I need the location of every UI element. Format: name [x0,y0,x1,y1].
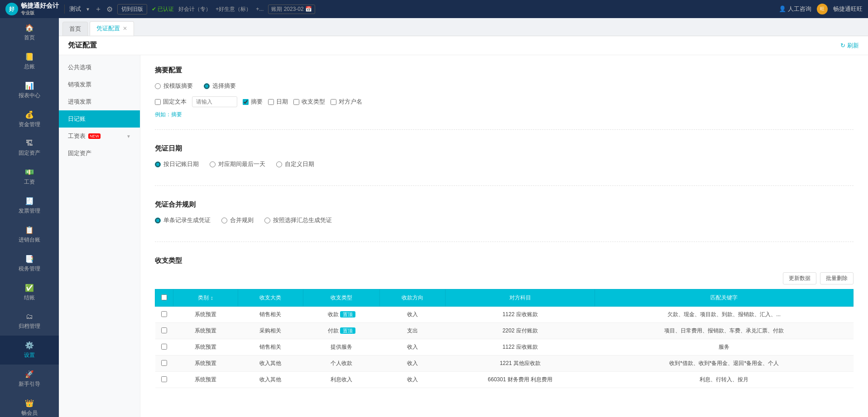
row-major: 收入其他 [238,355,303,372]
tab-voucher-config[interactable]: 凭证配置 ✕ [90,21,134,36]
th-major: 收支大类 [238,289,303,307]
th-category: 类别 ↕ [173,289,238,307]
left-menu-item-purchase-invoice[interactable]: 进项发票 [59,93,140,110]
sidebar-item-reports[interactable]: 📊 报表中心 [0,76,59,105]
sidebar-label-reports: 报表中心 [19,92,40,100]
row-checkbox-cell[interactable] [155,323,173,339]
row-keywords: 项目、日常费用、报销款、车费、承兑汇票、付款 [595,323,854,339]
date-radio-diary[interactable]: 按日记账日期 [155,160,199,168]
sidebar-item-close[interactable]: ✅ 结账 [0,278,59,307]
row-checkbox-cell[interactable] [155,372,173,388]
page-title: 凭证配置 [68,41,97,50]
tab-close-icon[interactable]: ✕ [123,25,127,32]
table-header-row: 类别 ↕ 收支大类 收支类型 收款方向 对方科目 匹配关键字 [155,289,854,307]
invoices-icon: 🧾 [25,197,34,205]
left-menu-label-fixed-assets: 固定资产 [68,149,91,157]
row-direction: 支出 [380,323,446,339]
sidebar-item-salary[interactable]: 💵 工资 [0,162,59,191]
left-menu-item-public[interactable]: 公共选项 [59,59,140,76]
sidebar-item-funds[interactable]: 💰 资金管理 [0,105,59,134]
income-expense-section: 收支类型 更新数据 批量删除 类别 ↕ [155,256,854,388]
counterparty-checkbox[interactable]: 对方户名 [331,98,362,106]
sidebar-item-ledger[interactable]: 📒 总账 [0,47,59,76]
row-checkbox-cell[interactable] [155,307,173,323]
row-category: 系统预置 [173,372,238,388]
tax-icon: 📑 [25,255,34,263]
support-label[interactable]: 👤 人工咨询 [779,5,811,13]
inner-layout: 公共选项 销项发票 进项发票 日记账 工资表 NEW ▼ [59,55,868,417]
summary-radio-select[interactable]: 选择摘要 [204,82,236,90]
row-direction: 收入 [380,355,446,372]
user-avatar[interactable]: 旺 [817,4,828,14]
merge-radio-single[interactable]: 单条记录生成凭证 [155,216,211,224]
company-name: 测试 [69,5,81,13]
row-keywords: 服务 [595,339,854,355]
sidebar-item-member[interactable]: 👑 畅会员 [0,393,59,417]
row-tag[interactable]: 置顶 [340,311,355,317]
assets-icon: 🏗 [26,139,33,147]
fixed-text-checkbox[interactable]: 固定文本 [155,98,187,106]
certified-tag: ✔ 已认证 [152,5,174,13]
summary-checkbox[interactable]: 摘要 [243,98,263,106]
fixed-text-input[interactable] [192,96,237,107]
sidebar-label-salary: 工资 [24,178,35,186]
logo-icon: 好 [5,3,18,15]
th-account: 对方科目 [446,289,595,307]
summary-radio-template[interactable]: 按模版摘要 [155,82,193,90]
settings-main: 摘要配置 按模版摘要 选择摘要 [140,55,868,417]
sidebar-item-archive[interactable]: 🗂 归档管理 [0,307,59,336]
add-icon[interactable]: ＋ [95,5,102,14]
sidebar-item-guide[interactable]: 🚀 新手引导 [0,365,59,393]
date-checkbox[interactable]: 日期 [268,98,288,106]
income-type-checkbox[interactable]: 收支类型 [293,98,325,106]
sidebar-item-tax[interactable]: 📑 税务管理 [0,249,59,278]
row-checkbox-cell[interactable] [155,339,173,355]
left-menu-item-sales-invoice[interactable]: 销项发票 [59,76,140,93]
row-tag[interactable]: 置顶 [340,327,355,334]
main-layout: 🏠 首页 📒 总账 📊 报表中心 💰 资金管理 🏗 固定资产 💵 工资 🧾 发票… [0,18,868,417]
sidebar-label-invoices: 发票管理 [19,207,40,215]
sidebar-item-home[interactable]: 🏠 首页 [0,18,59,47]
row-direction: 收入 [380,372,446,388]
guide-icon: 🚀 [25,370,34,379]
date-section: 凭证日期 按日记账日期 对应期间最后一天 [155,144,854,186]
row-account: 1122 应收账款 [446,339,595,355]
update-data-button[interactable]: 更新数据 [783,272,816,284]
archive-icon: 🗂 [26,313,33,321]
row-category: 系统预置 [173,339,238,355]
batch-delete-button[interactable]: 批量删除 [820,272,854,284]
row-account: 660301 财务费用 利息费用 [446,372,595,388]
date-section-title: 凭证日期 [155,144,854,153]
date-radio-last-day[interactable]: 对应期间最后一天 [210,160,265,168]
tab-home[interactable]: 首页 [62,22,88,36]
merge-radio-rules[interactable]: 合并规则 [221,216,254,224]
th-direction: 收款方向 [380,289,446,307]
sidebar-label-archive: 归档管理 [19,322,40,330]
left-menu-item-payroll[interactable]: 工资表 NEW ▼ [59,128,140,145]
sidebar-item-settings[interactable]: ⚙️ 设置 [0,336,59,365]
row-checkbox-cell[interactable] [155,355,173,372]
sidebar-label-funds: 资金管理 [19,121,40,128]
left-menu-item-fixed-assets[interactable]: 固定资产 [59,145,140,162]
date-radio-custom[interactable]: 自定义日期 [276,160,314,168]
period-badge[interactable]: 账期 2023-02 📅 [268,5,315,14]
merge-section-title: 凭证合并规则 [155,200,854,209]
sidebar-item-invoices[interactable]: 🧾 发票管理 [0,191,59,220]
left-menu-label-public: 公共选项 [68,63,91,71]
company-arrow[interactable]: ▼ [86,7,90,12]
tag-accounting: 好会计（专） [178,5,211,13]
ledger-icon: 📒 [25,52,34,61]
sidebar-item-assets[interactable]: 🏗 固定资产 [0,134,59,162]
row-type: 个人收款 [303,355,380,372]
left-menu-item-diary[interactable]: 日记账 [59,110,140,128]
left-menu: 公共选项 销项发票 进项发票 日记账 工资表 NEW ▼ [59,55,140,417]
merge-radio-summary[interactable]: 按照选择汇总生成凭证 [264,216,332,224]
sidebar-label-tax: 税务管理 [19,265,40,273]
th-checkbox[interactable] [155,289,173,307]
row-major: 采购相关 [238,323,303,339]
summary-radio-group: 按模版摘要 选择摘要 [155,82,854,90]
switch-version-button[interactable]: 切到旧版 [117,4,147,14]
refresh-button[interactable]: ↻ 刷新 [840,42,859,50]
settings-icon[interactable]: ⚙ [106,5,113,14]
sidebar-item-inventory[interactable]: 📋 进销台账 [0,220,59,249]
